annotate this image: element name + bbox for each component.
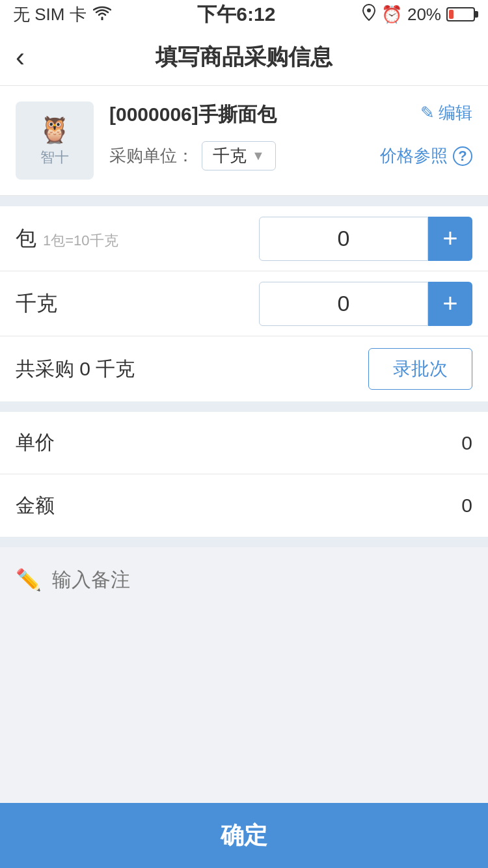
confirm-button[interactable]: 确定 [0,803,488,868]
battery-icon [446,7,475,21]
section-divider-3 [0,537,488,547]
amount-row: 金额 0 [0,474,488,537]
kg-input-row: 千克 + [0,271,488,336]
product-name: [0000006]手撕面包 [109,102,407,128]
product-logo-text: 智十 [40,148,69,167]
bag-plus-button[interactable]: + [428,217,472,261]
location-icon [362,4,376,25]
amount-value: 0 [461,495,472,517]
section-divider-2 [0,401,488,412]
product-name-row: [0000006]手撕面包 ✎ 编辑 [109,102,472,128]
unit-price-label: 单价 [16,429,55,456]
product-logo-icon: 🦉 [38,115,71,145]
section-divider-1 [0,196,488,206]
bag-label: 包 1包=10千克 [16,224,118,253]
product-info: [0000006]手撕面包 ✎ 编辑 采购单位： 千克 ▼ 价格参照 ? [109,102,472,170]
remark-input[interactable] [52,569,472,591]
chevron-down-icon: ▼ [252,148,265,163]
wifi-icon [93,5,111,25]
unit-value: 千克 [213,144,247,167]
page-title: 填写商品采购信息 [156,42,332,72]
edit-button[interactable]: ✎ 编辑 [420,102,472,124]
amount-label: 金额 [16,493,55,519]
kg-plus-button[interactable]: + [428,282,472,326]
product-image: 🦉 智十 [16,102,94,180]
battery-text: 20% [407,5,441,25]
batch-button[interactable]: 录批次 [368,348,472,390]
product-unit-row: 采购单位： 千克 ▼ 价格参照 ? [109,141,472,170]
alarm-icon: ⏰ [381,5,402,25]
bag-input-right: + [259,217,472,261]
edit-label: 编辑 [439,102,472,124]
pencil-icon: ✏️ [16,567,42,592]
back-button[interactable]: ‹ [16,44,25,71]
bag-input-row: 包 1包=10千克 + [0,206,488,271]
remark-section: ✏️ [0,547,488,612]
total-text: 共采购 0 千克 [16,356,135,383]
bag-label-text: 包 [16,224,36,253]
content-fill [0,612,488,807]
kg-label: 千克 [16,290,57,318]
kg-label-text: 千克 [16,290,57,318]
bag-quantity-input[interactable] [259,217,428,261]
status-left: 无 SIM 卡 [13,3,111,26]
status-right: ⏰ 20% [362,4,475,25]
total-row: 共采购 0 千克 录批次 [0,336,488,401]
unit-price-value: 0 [461,432,472,454]
product-card: 🦉 智十 [0000006]手撕面包 ✎ 编辑 采购单位： 千克 ▼ 价格参照 … [0,86,488,196]
unit-price-row: 单价 0 [0,412,488,474]
unit-label: 采购单位： [109,144,194,167]
price-ref-label: 价格参照 [380,144,448,167]
input-section: 包 1包=10千克 + 千克 + [0,206,488,336]
bag-hint: 1包=10千克 [43,231,118,251]
status-bar: 无 SIM 卡 下午6:12 ⏰ 20% [0,0,488,29]
edit-icon: ✎ [420,103,435,123]
kg-quantity-input[interactable] [259,282,428,326]
price-section: 单价 0 金额 0 [0,412,488,537]
kg-input-right: + [259,282,472,326]
status-time: 下午6:12 [197,1,275,28]
carrier-text: 无 SIM 卡 [13,3,87,26]
unit-selector[interactable]: 千克 ▼ [202,141,276,170]
svg-point-0 [367,8,371,12]
unit-left: 采购单位： 千克 ▼ [109,141,276,170]
nav-bar: ‹ 填写商品采购信息 [0,29,488,86]
price-reference-button[interactable]: 价格参照 ? [380,144,472,167]
help-icon: ? [453,146,472,166]
